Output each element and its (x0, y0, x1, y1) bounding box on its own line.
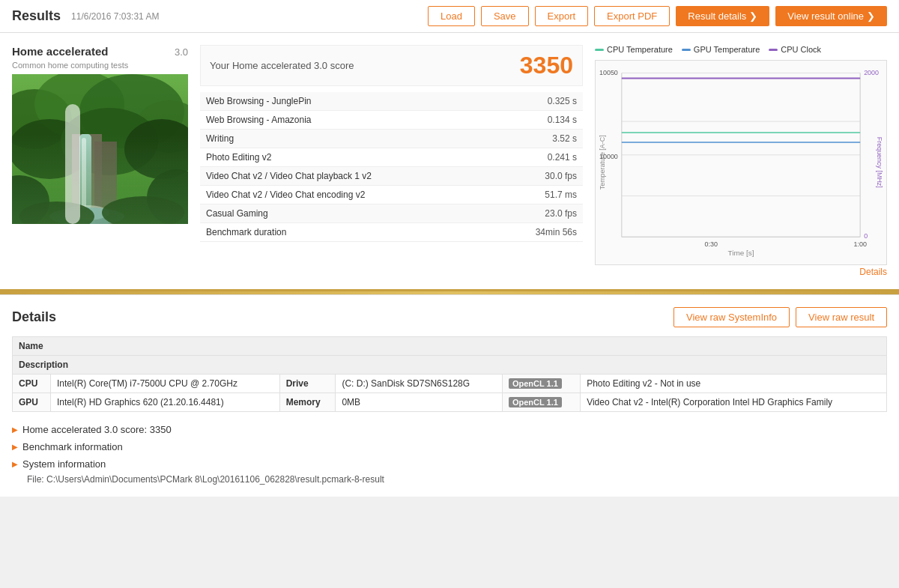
system-info-row: CPU Intel(R) Core(TM) i7-7500U CPU @ 2.7… (13, 374, 887, 392)
collapsible-item[interactable]: ▶Benchmark information (12, 438, 887, 455)
svg-point-13 (49, 207, 124, 224)
legend-label: CPU Clock (781, 45, 821, 54)
score-row: Your Home accelerated 3.0 score 3350 (200, 45, 583, 86)
svg-text:Frequency [MHz]: Frequency [MHz] (876, 137, 883, 188)
arrow-icon: ▶ (12, 425, 18, 434)
details-title: Details (12, 309, 56, 325)
view-system-info-button[interactable]: View raw SystemInfo (674, 307, 790, 327)
opencl1-badge: OpenCL 1.1 (509, 378, 562, 389)
svg-rect-10 (79, 134, 91, 209)
svg-point-17 (102, 196, 184, 224)
table-row: Writing3.52 s (200, 130, 583, 148)
left-panel: Home accelerated 3.0 Common home computi… (12, 45, 188, 277)
gpu-label: GPU (13, 392, 51, 411)
opencl2-value: Video Chat v2 - Intel(R) Corporation Int… (581, 392, 887, 411)
export-button[interactable]: Export (535, 6, 589, 26)
table-row: Casual Gaming23.0 fps (200, 204, 583, 223)
score-label: Your Home accelerated 3.0 score (210, 60, 354, 71)
file-path: File: C:\Users\Admin\Documents\PCMark 8\… (12, 474, 887, 485)
suite-description: Common home computing tests (12, 61, 188, 70)
details-section: Details View raw SystemInfo View raw res… (0, 294, 899, 497)
svg-text:Time [s]: Time [s] (728, 249, 754, 257)
suite-header: Home accelerated 3.0 (12, 45, 188, 58)
benchmark-table: Web Browsing - JunglePin0.325 sWeb Brows… (200, 92, 583, 242)
drive-label: Drive (279, 374, 336, 392)
view-online-button[interactable]: View result online ❯ (775, 6, 887, 26)
view-raw-result-button[interactable]: View raw result (796, 307, 887, 327)
collapsible-label: Benchmark information (22, 441, 123, 452)
cpu-label: CPU (13, 374, 51, 392)
top-content: Home accelerated 3.0 Common home computi… (0, 33, 899, 291)
legend-item: CPU Temperature (595, 45, 673, 54)
right-panel: CPU TemperatureGPU TemperatureCPU Clock … (595, 45, 887, 277)
load-button[interactable]: Load (428, 6, 475, 26)
cpu-value: Intel(R) Core(TM) i7-7500U CPU @ 2.70GHz (50, 374, 279, 392)
svg-text:10050: 10050 (599, 69, 618, 76)
legend-label: CPU Temperature (607, 45, 673, 54)
svg-text:Temperature [A-C]: Temperature [A-C] (599, 135, 606, 190)
file-path-value: C:\Users\Admin\Documents\PCMark 8\Log\20… (46, 474, 384, 485)
legend-item: CPU Clock (769, 45, 821, 54)
table-row: Photo Editing v20.241 s (200, 148, 583, 167)
top-bar: Results 11/6/2016 7:03:31 AM Load Save E… (0, 0, 899, 33)
legend-color (595, 49, 604, 51)
svg-rect-11 (82, 138, 86, 209)
table-row: Web Browsing - Amazonia0.134 s (200, 111, 583, 130)
svg-rect-9 (94, 142, 117, 224)
results-date: 11/6/2016 7:03:31 AM (71, 11, 422, 22)
gpu-value: Intel(R) HD Graphics 620 (21.20.16.4481) (50, 392, 279, 411)
collapsible-label: System information (22, 458, 106, 470)
suite-name: Home accelerated (12, 45, 108, 58)
arrow-icon: ▶ (12, 460, 18, 468)
collapsible-item[interactable]: ▶Home accelerated 3.0 score: 3350 (12, 421, 887, 438)
svg-text:10000: 10000 (599, 153, 618, 160)
legend-color (682, 49, 691, 51)
collapsible-label: Home accelerated 3.0 score: 3350 (22, 424, 172, 435)
svg-text:0:30: 0:30 (705, 240, 718, 248)
mid-panel: Your Home accelerated 3.0 score 3350 Web… (200, 45, 583, 277)
opencl1-value: Photo Editing v2 - Not in use (581, 374, 887, 392)
table-row: Video Chat v2 / Video Chat encoding v251… (200, 186, 583, 204)
save-button[interactable]: Save (481, 6, 529, 26)
details-header: Details View raw SystemInfo View raw res… (12, 307, 887, 327)
chart-area: Temperature [A-C] Frequency [MHz] 10050 … (595, 60, 887, 265)
svg-point-6 (61, 108, 158, 175)
results-title: Results (12, 8, 61, 24)
export-pdf-button[interactable]: Export PDF (594, 6, 670, 26)
svg-point-16 (19, 201, 94, 224)
table-row: Benchmark duration34min 56s (200, 223, 583, 242)
svg-point-12 (64, 205, 109, 220)
memory-label: Memory (279, 392, 336, 411)
chart-svg: Temperature [A-C] Frequency [MHz] 10050 … (596, 61, 886, 264)
svg-point-5 (12, 119, 91, 179)
svg-point-15 (147, 169, 188, 224)
chart-details-link[interactable]: Details (595, 267, 887, 277)
suite-image (12, 74, 188, 224)
score-value: 3350 (520, 52, 573, 79)
arrow-icon: ▶ (12, 443, 18, 451)
svg-text:1:00: 1:00 (853, 240, 866, 248)
gpu-info-row: GPU Intel(R) HD Graphics 620 (21.20.16.4… (13, 392, 887, 411)
svg-text:0: 0 (864, 232, 868, 240)
opencl2-badge: OpenCL 1.1 (509, 397, 562, 407)
svg-rect-8 (72, 134, 102, 224)
legend-item: GPU Temperature (682, 45, 760, 54)
suite-version: 3.0 (175, 46, 188, 58)
svg-text:2000: 2000 (864, 69, 879, 76)
info-table: Name Description CPU Intel(R) Core(TM) i… (12, 336, 887, 412)
file-label: File: (27, 474, 44, 485)
memory-value: 0MB (336, 392, 503, 411)
table-row: Web Browsing - JunglePin0.325 s (200, 92, 583, 111)
collapsible-item[interactable]: ▶System information (12, 455, 887, 473)
name-header: Name (13, 336, 887, 355)
chart-legend: CPU TemperatureGPU TemperatureCPU Clock (595, 45, 887, 54)
result-details-button[interactable]: Result details ❯ (676, 6, 769, 26)
legend-label: GPU Temperature (694, 45, 760, 54)
table-row: Video Chat v2 / Video Chat playback 1 v2… (200, 167, 583, 186)
drive-value: (C: D:) SanDisk SD7SN6S128G (336, 374, 503, 392)
svg-point-14 (12, 175, 49, 224)
collapsible-list: ▶Home accelerated 3.0 score: 3350▶Benchm… (12, 421, 887, 473)
details-buttons: View raw SystemInfo View raw result (674, 307, 887, 327)
legend-color (769, 49, 778, 51)
description-header: Description (13, 355, 887, 374)
